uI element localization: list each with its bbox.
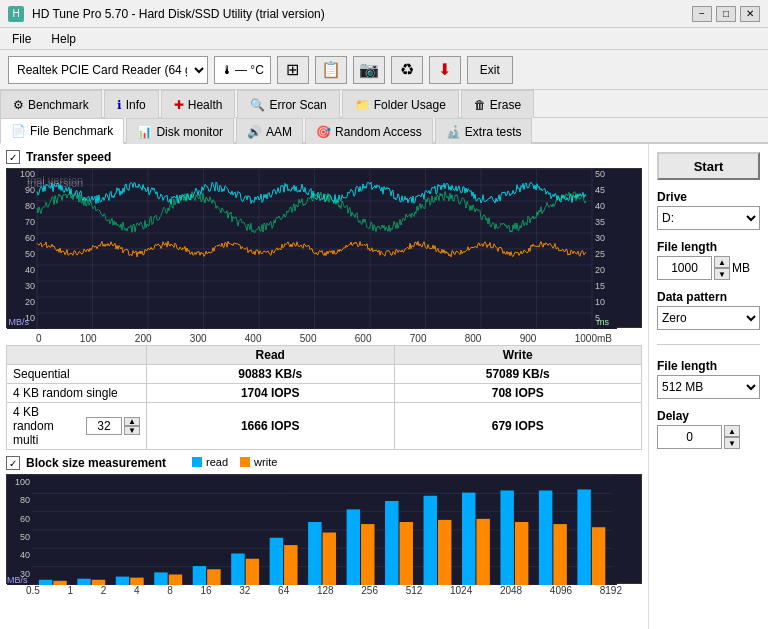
menu-file[interactable]: File [8,31,35,47]
spinner-down-button[interactable]: ▼ [124,426,140,435]
tab-error-scan[interactable]: 🔍 Error Scan [237,90,339,118]
data-pattern-select[interactable]: Zero [657,306,760,330]
toolbar-btn-2[interactable]: 📋 [315,56,347,84]
delay-control: Delay ▲ ▼ [657,409,760,449]
file-length-unit: MB [732,261,750,275]
multi-spinner[interactable]: ▲ ▼ [86,417,140,435]
tab-folder-usage[interactable]: 📁 Folder Usage [342,90,459,118]
menu-bar: File Help [0,28,768,50]
toolbar-btn-camera[interactable]: 📷 [353,56,385,84]
table-row: 4 KB random multi ▲ ▼ 1666 IOPS 679 IOP [7,403,642,450]
stats-read-4kb-single: 1704 IOPS [147,384,395,403]
block-size-header: ✓ Block size measurement read write [6,456,642,470]
read-legend: read [192,456,228,468]
stats-col-write: Write [394,346,642,365]
stats-label-4kb-multi: 4 KB random multi ▲ ▼ [7,403,147,450]
tab-health[interactable]: ✚ Health [161,90,236,118]
menu-help[interactable]: Help [47,31,80,47]
close-button[interactable]: ✕ [740,6,760,22]
stats-col-read: Read [147,346,395,365]
main-content: ✓ Transfer speed trial version 0 100 200… [0,144,768,629]
benchmark-icon: ⚙ [13,98,24,112]
file-length-label: File length [657,240,760,254]
read-legend-label: read [206,456,228,468]
delay-label: Delay [657,409,760,423]
block-size-chart [6,474,642,584]
erase-icon: 🗑 [474,98,486,112]
tab-random-access[interactable]: 🎯 Random Access [305,118,433,144]
tab-erase[interactable]: 🗑 Erase [461,90,534,118]
stats-read-sequential: 90883 KB/s [147,365,395,384]
file-length2-select[interactable]: 512 MB [657,375,760,399]
write-legend-label: write [254,456,277,468]
delay-input-row: ▲ ▼ [657,425,760,449]
title-bar: H HD Tune Pro 5.70 - Hard Disk/SSD Utili… [0,0,768,28]
stats-col-label [7,346,147,365]
tab-info[interactable]: ℹ Info [104,90,159,118]
block-size-legend: read write [192,456,277,468]
stats-write-4kb-single: 708 IOPS [394,384,642,403]
right-panel-separator [657,344,760,345]
delay-down-button[interactable]: ▼ [724,437,740,449]
file-length-input[interactable] [657,256,712,280]
disk-monitor-icon: 📊 [137,125,152,139]
tab-aam[interactable]: 🔊 AAM [236,118,303,144]
stats-read-4kb-multi: 1666 IOPS [147,403,395,450]
temperature-display: 🌡 — °C [214,56,271,84]
stats-table: Read Write Sequential 90883 KB/s 57089 K… [6,345,642,450]
file-length-up-button[interactable]: ▲ [714,256,730,268]
spinner-up-button[interactable]: ▲ [124,417,140,426]
thermometer-icon: 🌡 [221,63,233,77]
stats-label-sequential: Sequential [7,365,147,384]
multi-spinner-input[interactable] [86,417,122,435]
write-legend: write [240,456,277,468]
toolbar: Realtek PCIE Card Reader (64 gB) 🌡 — °C … [0,50,768,90]
info-icon: ℹ [117,98,122,112]
delay-up-button[interactable]: ▲ [724,425,740,437]
transfer-speed-x-axis: 0 100 200 300 400 500 600 700 800 900 10… [6,332,642,345]
tab-extra-tests[interactable]: 🔬 Extra tests [435,118,533,144]
tab-benchmark[interactable]: ⚙ Benchmark [0,90,102,118]
data-pattern-control: Data pattern Zero [657,290,760,330]
block-size-checkbox[interactable]: ✓ [6,456,20,470]
stats-write-sequential: 57089 KB/s [394,365,642,384]
block-size-x-axis: 0.5 1 2 4 8 16 32 64 128 256 512 1024 20… [6,584,642,597]
maximize-button[interactable]: □ [716,6,736,22]
tabs-row1: ⚙ Benchmark ℹ Info ✚ Health 🔍 Error Scan… [0,90,768,118]
transfer-speed-checkbox[interactable]: ✓ [6,150,20,164]
extra-tests-icon: 🔬 [446,125,461,139]
window-title: HD Tune Pro 5.70 - Hard Disk/SSD Utility… [32,7,684,21]
minimize-button[interactable]: − [692,6,712,22]
aam-icon: 🔊 [247,125,262,139]
file-length-spinner[interactable]: ▲ ▼ [714,256,730,280]
toolbar-btn-1[interactable]: ⊞ [277,56,309,84]
app-icon: H [8,6,24,22]
file-length-down-button[interactable]: ▼ [714,268,730,280]
file-length2-label: File length [657,359,760,373]
tab-disk-monitor[interactable]: 📊 Disk monitor [126,118,234,144]
delay-input[interactable] [657,425,722,449]
right-panel: Start Drive D: File length ▲ ▼ MB Data p… [648,144,768,629]
exit-button[interactable]: Exit [467,56,513,84]
file-length2-control: File length 512 MB [657,359,760,399]
stats-label-4kb-single: 4 KB random single [7,384,147,403]
left-panel: ✓ Transfer speed trial version 0 100 200… [0,144,648,629]
tab-file-benchmark[interactable]: 📄 File Benchmark [0,118,124,144]
tabs-row2: 📄 File Benchmark 📊 Disk monitor 🔊 AAM 🎯 … [0,118,768,144]
read-legend-color [192,457,202,467]
toolbar-btn-down[interactable]: ⬇ [429,56,461,84]
health-icon: ✚ [174,98,184,112]
temperature-value: — °C [235,63,264,77]
random-access-icon: 🎯 [316,125,331,139]
drive-control-select[interactable]: D: [657,206,760,230]
toolbar-btn-refresh[interactable]: ♻ [391,56,423,84]
drive-selector[interactable]: Realtek PCIE Card Reader (64 gB) [8,56,208,84]
transfer-speed-chart: trial version [6,168,642,328]
file-benchmark-icon: 📄 [11,124,26,138]
file-length-input-row: ▲ ▼ MB [657,256,760,280]
delay-spinner[interactable]: ▲ ▼ [724,425,740,449]
table-row: 4 KB random single 1704 IOPS 708 IOPS [7,384,642,403]
window-controls[interactable]: − □ ✕ [692,6,760,22]
start-button[interactable]: Start [657,152,760,180]
multi-spinner-buttons[interactable]: ▲ ▼ [124,417,140,435]
